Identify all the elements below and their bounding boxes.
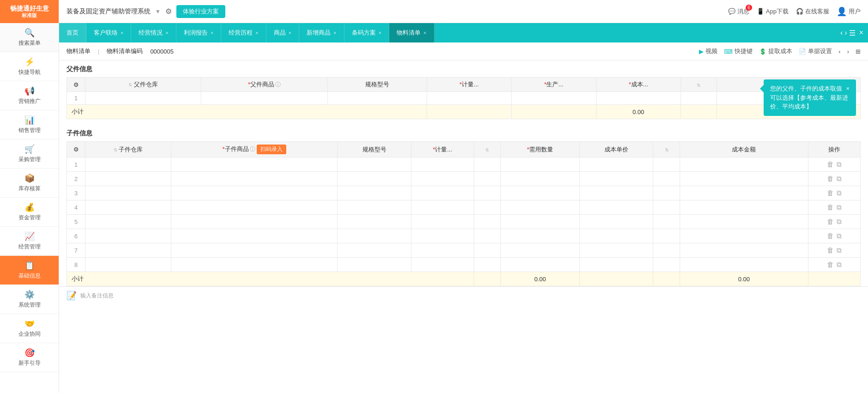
- note-placeholder[interactable]: 输入备注信息: [80, 292, 114, 300]
- child-row-1-copy-icon[interactable]: ⧉: [837, 160, 842, 169]
- child-row-8-delete-icon[interactable]: 🗑: [827, 260, 834, 269]
- child-row-4-qty[interactable]: [500, 200, 579, 215]
- nav-close-icon[interactable]: ×: [859, 29, 863, 37]
- scan-button[interactable]: 扫码录入: [257, 145, 286, 154]
- sidebar-item-finance[interactable]: 💰 资金管理: [0, 198, 59, 227]
- child-row-2-copy-icon[interactable]: ⧉: [837, 175, 842, 183]
- online-service-button[interactable]: 🎧 在线客服: [796, 7, 829, 16]
- child-row-4-warehouse[interactable]: [85, 200, 171, 215]
- parent-row-1-goods[interactable]: [201, 92, 327, 105]
- child-row-6-copy-icon[interactable]: ⧉: [837, 232, 842, 240]
- child-row-3-warehouse[interactable]: [85, 186, 171, 200]
- child-row-5-copy-icon[interactable]: ⧉: [837, 218, 842, 226]
- child-row-6-goods[interactable]: [171, 229, 338, 243]
- child-row-5-unit[interactable]: [411, 215, 474, 229]
- child-row-5-goods[interactable]: [171, 215, 338, 229]
- child-row-3-cost-price[interactable]: [579, 186, 653, 200]
- child-row-1-unit[interactable]: [411, 157, 474, 172]
- sidebar-item-basic-info[interactable]: 📋 基础信息: [0, 256, 59, 285]
- child-row-7-warehouse[interactable]: [85, 243, 171, 258]
- tab-new-goods[interactable]: 新增商品 ×: [299, 23, 344, 42]
- sidebar-item-inventory[interactable]: 📦 库存核算: [0, 169, 59, 198]
- child-row-4-delete-icon[interactable]: 🗑: [827, 203, 834, 212]
- child-row-8-spec[interactable]: [338, 258, 411, 272]
- dropdown-arrow-icon[interactable]: ▼: [155, 8, 161, 15]
- child-row-4-spec[interactable]: [338, 200, 411, 215]
- child-row-8-goods[interactable]: [171, 258, 338, 272]
- tab-customer[interactable]: 客户联络 ×: [86, 23, 131, 42]
- child-row-5-warehouse[interactable]: [85, 215, 171, 229]
- grid-icon[interactable]: ⊞: [856, 48, 861, 55]
- parent-row-1-cost[interactable]: [596, 92, 681, 105]
- tab-history-close[interactable]: ×: [255, 30, 258, 36]
- child-row-7-qty[interactable]: [500, 243, 579, 258]
- tab-history[interactable]: 经营历程 ×: [221, 23, 266, 42]
- sidebar-item-search[interactable]: 🔍 搜索菜单: [0, 23, 59, 52]
- parent-col-settings[interactable]: ⚙: [67, 78, 85, 92]
- child-row-6-cost-price[interactable]: [579, 229, 653, 243]
- child-row-8-unit[interactable]: [411, 258, 474, 272]
- cost-button[interactable]: 💲 提取成本: [759, 47, 792, 55]
- sidebar-item-purchase[interactable]: 🛒 采购管理: [0, 139, 59, 169]
- app-download-button[interactable]: 📱 App下载: [757, 7, 789, 16]
- sidebar-item-sales[interactable]: 📊 销售管理: [0, 110, 59, 139]
- tab-goods[interactable]: 商品 ×: [266, 23, 299, 42]
- child-row-4-cost-price[interactable]: [579, 200, 653, 215]
- child-row-8-qty[interactable]: [500, 258, 579, 272]
- nav-right-icon[interactable]: ›: [847, 48, 849, 55]
- nav-left-icon[interactable]: ‹: [838, 48, 840, 55]
- child-row-5-qty[interactable]: [500, 215, 579, 229]
- video-button[interactable]: ▶ 视频: [699, 47, 717, 55]
- sidebar-item-system[interactable]: ⚙️ 系统管理: [0, 285, 59, 314]
- tab-operations-close[interactable]: ×: [165, 30, 168, 36]
- tab-operations[interactable]: 经营情况 ×: [131, 23, 176, 42]
- sidebar-item-quick-nav[interactable]: ⚡ 快捷导航: [0, 52, 59, 81]
- sidebar-item-marketing[interactable]: 📢 营销推广: [0, 81, 59, 110]
- child-row-6-spec[interactable]: [338, 229, 411, 243]
- child-row-6-delete-icon[interactable]: 🗑: [827, 232, 834, 240]
- messages-button[interactable]: 💬 消息 6: [728, 7, 749, 16]
- tab-profit[interactable]: 利润报告 ×: [176, 23, 221, 42]
- tab-new-goods-close[interactable]: ×: [333, 30, 336, 36]
- child-row-2-spec[interactable]: [338, 172, 411, 186]
- child-row-1-delete-icon[interactable]: 🗑: [827, 160, 834, 169]
- tooltip-close-button[interactable]: ×: [846, 84, 850, 93]
- child-row-2-unit[interactable]: [411, 172, 474, 186]
- child-row-2-qty[interactable]: [500, 172, 579, 186]
- sidebar-item-collab[interactable]: 🤝 企业协同: [0, 314, 59, 343]
- child-row-6-warehouse[interactable]: [85, 229, 171, 243]
- child-row-3-qty[interactable]: [500, 186, 579, 200]
- breadcrumb-bom-list[interactable]: 物料清单: [66, 47, 90, 55]
- tab-customer-close[interactable]: ×: [121, 30, 123, 36]
- child-row-7-goods[interactable]: [171, 243, 338, 258]
- child-row-6-unit[interactable]: [411, 229, 474, 243]
- tab-barcode[interactable]: 条码方案 ×: [344, 23, 389, 42]
- tab-barcode-close[interactable]: ×: [379, 30, 381, 36]
- child-row-4-goods[interactable]: [171, 200, 338, 215]
- child-row-7-cost-price[interactable]: [579, 243, 653, 258]
- child-row-2-warehouse[interactable]: [85, 172, 171, 186]
- child-row-2-delete-icon[interactable]: 🗑: [827, 175, 834, 183]
- shortcut-button[interactable]: ⌨ 快捷键: [724, 47, 753, 55]
- tab-goods-close[interactable]: ×: [289, 30, 291, 36]
- child-row-8-warehouse[interactable]: [85, 258, 171, 272]
- child-row-3-delete-icon[interactable]: 🗑: [827, 189, 834, 197]
- child-row-2-cost-price[interactable]: [579, 172, 653, 186]
- trial-button[interactable]: 体验行业方案: [176, 5, 225, 18]
- child-row-1-warehouse[interactable]: [85, 157, 171, 172]
- parent-row-1-unit[interactable]: [427, 92, 511, 105]
- child-row-3-unit[interactable]: [411, 186, 474, 200]
- child-row-3-copy-icon[interactable]: ⧉: [837, 189, 842, 197]
- child-row-5-spec[interactable]: [338, 215, 411, 229]
- child-row-1-qty[interactable]: [500, 157, 579, 172]
- nav-next-icon[interactable]: ›: [844, 29, 847, 37]
- tab-bom[interactable]: 物料清单 ×: [389, 23, 434, 42]
- nav-prev-icon[interactable]: ‹: [840, 29, 843, 37]
- child-row-6-qty[interactable]: [500, 229, 579, 243]
- nav-menu-icon[interactable]: ☰: [849, 29, 856, 37]
- tab-home[interactable]: 首页: [59, 23, 86, 42]
- child-row-5-delete-icon[interactable]: 🗑: [827, 218, 834, 226]
- child-col-settings[interactable]: ⚙: [67, 142, 85, 157]
- child-row-7-copy-icon[interactable]: ⧉: [837, 246, 842, 254]
- child-row-1-spec[interactable]: [338, 157, 411, 172]
